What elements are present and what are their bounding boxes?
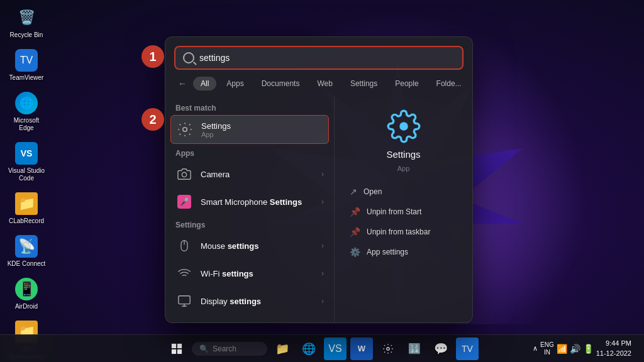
filter-tab-web[interactable]: Web	[309, 77, 340, 90]
settings-gear-icon	[176, 121, 194, 138]
taskbar-explorer-icon[interactable]: 📁	[271, 337, 294, 360]
taskbar-clock[interactable]: 9:44 PM 11-12-2022	[596, 339, 631, 358]
result-camera[interactable]: Camera ›	[165, 160, 334, 188]
teamviewer-icon: TV	[15, 49, 38, 72]
result-settings-app[interactable]: Settings App	[170, 115, 329, 144]
taskbar-calc-icon[interactable]: 🔢	[403, 337, 426, 360]
airdroid-label: AirDroid	[15, 303, 38, 310]
display-icon	[175, 292, 193, 310]
search-results-list: Best match Settings App Apps	[165, 96, 334, 322]
desktop-icon-recycle-bin[interactable]: 🗑️ Recycle Bin	[6, 6, 47, 39]
search-magnifier-icon	[183, 52, 194, 63]
taskbar-system-tray: ∧ ENGIN 📶 🔊 🔋 9:44 PM 11-12-2022	[533, 337, 639, 360]
action-open[interactable]: ↗ Open	[345, 182, 462, 201]
action-app-settings-label: App settings	[367, 248, 408, 256]
app-settings-icon: ⚙️	[350, 247, 360, 257]
taskbar-sys-icons: ∧ ENGIN 📶 🔊 🔋	[533, 341, 594, 356]
detail-actions-list: ↗ Open 📌 Unpin from Start 📌 Unpin from t…	[345, 182, 462, 261]
taskbar-lang-indicator: ENGIN	[540, 341, 554, 356]
recycle-bin-icon: 🗑️	[15, 6, 38, 29]
taskbar-search-button[interactable]: 🔍 Search	[192, 342, 267, 356]
filter-tabs-bar: ← All Apps Documents Web Settings People…	[165, 76, 472, 96]
result-wifi-text: Wi-Fi settings	[201, 269, 314, 278]
taskbar-time-value: 9:44 PM	[596, 339, 631, 348]
step-2-badge: 2	[142, 108, 164, 131]
taskbar-whatsapp-icon[interactable]: 💬	[430, 337, 452, 360]
taskbar-start-button[interactable]	[165, 337, 188, 360]
filter-more-button[interactable]: ▶	[472, 76, 473, 91]
filter-back-button[interactable]: ←	[174, 76, 191, 91]
filter-tab-folders[interactable]: Folde...	[429, 77, 469, 90]
taskbar-center-icons: 🔍 Search 📁 🌐 VS W 🔢 💬 TV	[165, 337, 479, 360]
result-display-title: Display settings	[201, 297, 314, 306]
desktop-icon-vscode[interactable]: VS Visual Studio Code	[6, 142, 47, 182]
kde-connect-icon: 📡	[15, 235, 38, 258]
battery-icon: 🔋	[583, 344, 594, 354]
taskbar-edge-icon[interactable]: 🌐	[297, 337, 320, 360]
action-unpin-start[interactable]: 📌 Unpin from Start	[345, 202, 462, 221]
smart-mic-icon: 🎤	[175, 193, 193, 211]
taskbar-date-value: 11-12-2022	[596, 349, 631, 358]
svg-rect-12	[172, 343, 176, 348]
result-display-text: Display settings	[201, 297, 314, 306]
taskbar-settings-icon[interactable]	[377, 337, 399, 360]
step-1-badge: 1	[142, 45, 164, 68]
result-sound[interactable]: Sound settings ›	[165, 315, 334, 322]
svg-point-1	[182, 172, 186, 177]
unpin-taskbar-icon: 📌	[350, 227, 360, 237]
desktop: 🗑️ Recycle Bin TV TeamViewer 🌐 Microsoft…	[0, 0, 644, 362]
airdroid-icon: 📱	[15, 278, 38, 300]
taskbar-word-icon[interactable]: W	[350, 337, 373, 360]
result-smart-mic-title: Smart Microphone Settings	[201, 197, 314, 207]
filter-tab-all[interactable]: All	[193, 77, 216, 90]
search-result-detail-panel: Settings App ↗ Open 📌 Unpin from Start 📌…	[334, 96, 472, 322]
result-display-arrow: ›	[321, 297, 324, 305]
result-smart-mic[interactable]: 🎤 Smart Microphone Settings ›	[165, 188, 334, 216]
action-unpin-taskbar[interactable]: 📌 Unpin from taskbar	[345, 222, 462, 241]
show-desktop-button[interactable]	[634, 337, 639, 360]
result-settings-title: Settings	[201, 121, 323, 131]
result-display[interactable]: Display settings ›	[165, 287, 334, 315]
search-input[interactable]	[199, 53, 455, 63]
start-menu-popup: ← All Apps Documents Web Settings People…	[165, 36, 473, 323]
svg-rect-14	[172, 349, 176, 353]
desktop-icon-kde-connect[interactable]: 📡 KDE Connect	[6, 235, 47, 268]
taskbar-teamviewer-icon[interactable]: TV	[456, 337, 479, 360]
edge-icon: 🌐	[15, 92, 38, 114]
wifi-icon	[175, 265, 193, 282]
svg-rect-5	[179, 296, 190, 304]
chevron-up-icon[interactable]: ∧	[533, 344, 538, 353]
desktop-icon-edge[interactable]: 🌐 Microsoft Edge	[6, 92, 47, 132]
result-mouse-arrow: ›	[321, 241, 324, 250]
wifi-status-icon: 📶	[557, 344, 567, 354]
result-smart-mic-arrow: ›	[321, 197, 324, 206]
teamviewer-label: TeamViewer	[9, 74, 44, 82]
filter-tab-apps[interactable]: Apps	[219, 77, 251, 90]
desktop-icons-area: 🗑️ Recycle Bin TV TeamViewer 🌐 Microsoft…	[6, 6, 47, 362]
svg-rect-13	[177, 343, 182, 348]
desktop-icon-teamviewer[interactable]: TV TeamViewer	[6, 49, 47, 82]
search-input-row[interactable]	[175, 47, 462, 69]
action-app-settings[interactable]: ⚙️ App settings	[345, 243, 462, 261]
action-unpin-taskbar-label: Unpin from taskbar	[367, 228, 430, 236]
action-unpin-start-label: Unpin from Start	[367, 207, 421, 216]
result-smart-mic-text: Smart Microphone Settings	[201, 197, 314, 207]
desktop-icon-airdroid[interactable]: 📱 AirDroid	[6, 278, 47, 310]
detail-settings-icon	[386, 109, 421, 144]
result-wifi-title: Wi-Fi settings	[201, 269, 314, 278]
desktop-icon-clabrecord[interactable]: 📁 CLabRecord	[6, 192, 47, 225]
filter-tab-people[interactable]: People	[387, 77, 426, 90]
vscode-icon: VS	[15, 142, 38, 165]
taskbar-search-label: Search	[213, 344, 236, 353]
result-wifi[interactable]: Wi-Fi settings ›	[165, 260, 334, 287]
result-settings-subtitle: App	[201, 131, 323, 138]
camera-icon	[175, 165, 193, 183]
unpin-start-icon: 📌	[350, 207, 360, 217]
detail-panel-title: Settings	[386, 149, 420, 160]
result-mouse[interactable]: Mouse settings ›	[165, 232, 334, 260]
edge-label: Microsoft Edge	[6, 117, 47, 132]
taskbar-vscode-icon[interactable]: VS	[324, 337, 347, 360]
filter-tab-documents[interactable]: Documents	[254, 77, 308, 90]
filter-tab-settings[interactable]: Settings	[343, 77, 385, 90]
svg-rect-15	[177, 349, 182, 353]
